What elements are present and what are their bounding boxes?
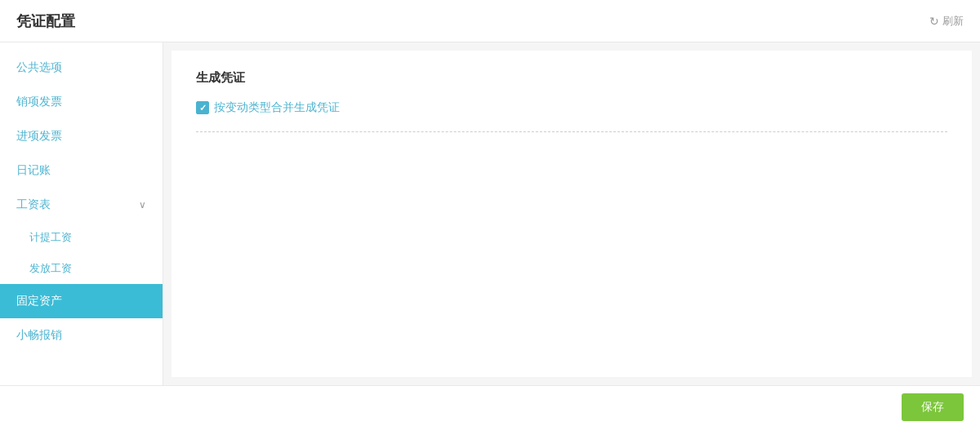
merge-voucher-checkbox[interactable]: 按变动类型合并生成凭证	[196, 100, 340, 115]
section-divider	[196, 131, 947, 132]
sidebar-item-fixed-assets[interactable]: 固定资产	[0, 284, 163, 318]
checkbox-icon	[196, 101, 209, 114]
refresh-label: 刷新	[942, 14, 964, 29]
sidebar-item-accrual-payroll[interactable]: 计提工资	[0, 222, 163, 253]
chevron-down-icon: ∨	[139, 199, 146, 211]
sidebar-item-label: 小畅报销	[16, 328, 62, 343]
sidebar-item-expense-report[interactable]: 小畅报销	[0, 318, 163, 353]
sidebar-item-public-options[interactable]: 公共选项	[0, 51, 163, 85]
sidebar-item-sales-invoice[interactable]: 销项发票	[0, 85, 163, 119]
sidebar-item-pay-payroll[interactable]: 发放工资	[0, 253, 163, 284]
sidebar-item-label: 日记账	[16, 163, 51, 178]
checkbox-label: 按变动类型合并生成凭证	[214, 100, 340, 115]
sidebar-item-journal[interactable]: 日记账	[0, 153, 163, 188]
sidebar-item-label: 销项发票	[16, 95, 62, 109]
refresh-icon: ↻	[929, 15, 939, 28]
page-body: 公共选项 销项发票 进项发票 日记账 工资表 ∨ 计提工资 发放工资	[0, 42, 980, 385]
section-title: 生成凭证	[196, 70, 947, 86]
sidebar-item-payroll[interactable]: 工资表 ∨	[0, 188, 163, 222]
sidebar-item-label: 进项发票	[16, 129, 62, 144]
sidebar-item-purchase-invoice[interactable]: 进项发票	[0, 119, 163, 153]
page-title: 凭证配置	[16, 11, 75, 31]
refresh-button[interactable]: ↻ 刷新	[929, 14, 964, 29]
sidebar: 公共选项 销项发票 进项发票 日记账 工资表 ∨ 计提工资 发放工资	[0, 42, 163, 385]
sidebar-sub-item-label: 发放工资	[29, 261, 72, 276]
section-content: 按变动类型合并生成凭证	[196, 100, 947, 115]
page-wrapper: 凭证配置 ↻ 刷新 公共选项 销项发票 进项发票 日记账 工资表 ∨	[0, 0, 980, 426]
main-content: 生成凭证 按变动类型合并生成凭证	[172, 51, 972, 377]
sidebar-sub-item-label: 计提工资	[29, 230, 72, 245]
page-footer: 保存	[0, 385, 980, 426]
page-header: 凭证配置 ↻ 刷新	[0, 0, 980, 42]
save-button[interactable]: 保存	[902, 393, 964, 421]
sidebar-item-label: 公共选项	[16, 60, 62, 75]
sidebar-item-label: 工资表	[16, 197, 51, 212]
sidebar-item-label: 固定资产	[16, 294, 62, 308]
